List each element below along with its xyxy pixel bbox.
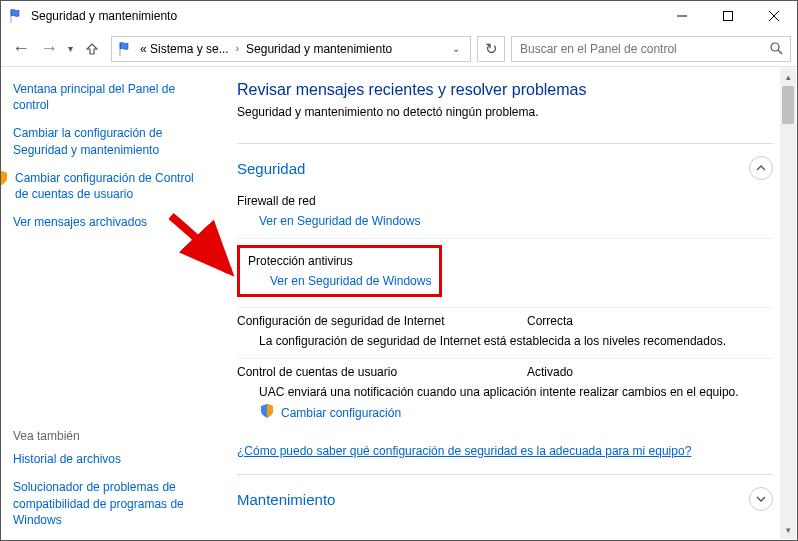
- chevron-down-icon: [749, 487, 773, 511]
- scrollbar[interactable]: ▴ ▾: [780, 68, 796, 539]
- scrollbar-thumb[interactable]: [782, 86, 794, 124]
- navbar: ← → ▾ « Sistema y se... › Seguridad y ma…: [1, 31, 797, 67]
- sidebar-link-change-security[interactable]: Cambiar la configuración de Seguridad y …: [13, 125, 205, 157]
- item-internet-security: Configuración de seguridad de Internet C…: [237, 308, 773, 359]
- inet-body: La configuración de seguridad de Interne…: [237, 328, 773, 348]
- search-box[interactable]: [511, 36, 791, 62]
- svg-line-5: [778, 50, 782, 54]
- sidebar-link-archived[interactable]: Ver mensajes archivados: [13, 214, 205, 230]
- svg-point-4: [771, 43, 779, 51]
- item-uac: Control de cuentas de usuario Activado U…: [237, 359, 773, 432]
- sidebar-link-compat-troubleshooter[interactable]: Solucionador de problemas de compatibili…: [13, 479, 205, 528]
- history-dropdown[interactable]: ▾: [63, 43, 77, 54]
- sidebar-link-main-panel[interactable]: Ventana principal del Panel de control: [13, 81, 205, 113]
- uac-link[interactable]: Cambiar configuración: [281, 406, 401, 420]
- up-button[interactable]: [79, 36, 105, 62]
- forward-button[interactable]: →: [35, 36, 63, 62]
- back-button[interactable]: ←: [7, 36, 35, 62]
- breadcrumb-system[interactable]: « Sistema y se...: [136, 42, 233, 56]
- section-maintenance: Mantenimiento: [237, 474, 773, 523]
- antivirus-title: Protección antivirus: [248, 254, 353, 268]
- maximize-button[interactable]: [705, 1, 751, 31]
- search-input[interactable]: [512, 42, 762, 56]
- svg-rect-1: [724, 12, 733, 21]
- flag-icon: [116, 41, 136, 57]
- shield-icon: [0, 170, 9, 186]
- section-security-header[interactable]: Seguridad: [237, 154, 773, 188]
- section-maintenance-header[interactable]: Mantenimiento: [237, 485, 773, 519]
- content: Revisar mensajes recientes y resolver pr…: [217, 67, 797, 540]
- section-maintenance-title: Mantenimiento: [237, 491, 749, 508]
- item-antivirus: Protección antivirus Ver en Seguridad de…: [237, 239, 773, 308]
- uac-title: Control de cuentas de usuario: [237, 365, 527, 379]
- inet-status: Correcta: [527, 314, 573, 328]
- section-security-title: Seguridad: [237, 160, 749, 177]
- titlebar: Seguridad y mantenimiento: [1, 1, 797, 31]
- address-dropdown[interactable]: ⌄: [446, 43, 466, 54]
- uac-body: UAC enviará una notificación cuando una …: [259, 385, 773, 399]
- shield-icon: [259, 403, 275, 422]
- breadcrumb-current[interactable]: Seguridad y mantenimiento: [242, 42, 396, 56]
- item-firewall: Firewall de red Ver en Seguridad de Wind…: [237, 188, 773, 239]
- sidebar-link-uac[interactable]: Cambiar configuración de Control de cuen…: [0, 170, 205, 202]
- firewall-link[interactable]: Ver en Seguridad de Windows: [259, 214, 420, 228]
- annotation-highlight: Protección antivirus Ver en Seguridad de…: [237, 245, 442, 297]
- flag-icon: [9, 8, 25, 24]
- address-bar[interactable]: « Sistema y se... › Seguridad y mantenim…: [111, 36, 471, 62]
- scroll-up-button[interactable]: ▴: [780, 68, 796, 86]
- refresh-button[interactable]: ↻: [477, 36, 505, 62]
- page-subtitle: Seguridad y mantenimiento no detectó nin…: [237, 105, 773, 119]
- chevron-up-icon: [749, 156, 773, 180]
- chevron-right-icon: ›: [233, 43, 242, 54]
- sidebar-link-file-history[interactable]: Historial de archivos: [13, 451, 205, 467]
- page-title: Revisar mensajes recientes y resolver pr…: [237, 81, 773, 99]
- sidebar-link-label: Cambiar configuración de Control de cuen…: [15, 170, 205, 202]
- window-title: Seguridad y mantenimiento: [31, 9, 177, 23]
- firewall-title: Firewall de red: [237, 194, 527, 208]
- section-security: Seguridad Firewall de red Ver en Segurid…: [237, 143, 773, 474]
- scroll-down-button[interactable]: ▾: [780, 521, 796, 539]
- uac-status: Activado: [527, 365, 573, 379]
- inet-title: Configuración de seguridad de Internet: [237, 314, 527, 328]
- sidebar: Ventana principal del Panel de control C…: [1, 67, 217, 540]
- antivirus-link[interactable]: Ver en Seguridad de Windows: [270, 274, 431, 288]
- help-link[interactable]: ¿Cómo puedo saber qué configuración de s…: [237, 444, 773, 458]
- scrollbar-track[interactable]: [780, 86, 796, 521]
- close-button[interactable]: [751, 1, 797, 31]
- search-icon[interactable]: [762, 42, 790, 55]
- see-also-heading: Vea también: [13, 429, 205, 443]
- minimize-button[interactable]: [659, 1, 705, 31]
